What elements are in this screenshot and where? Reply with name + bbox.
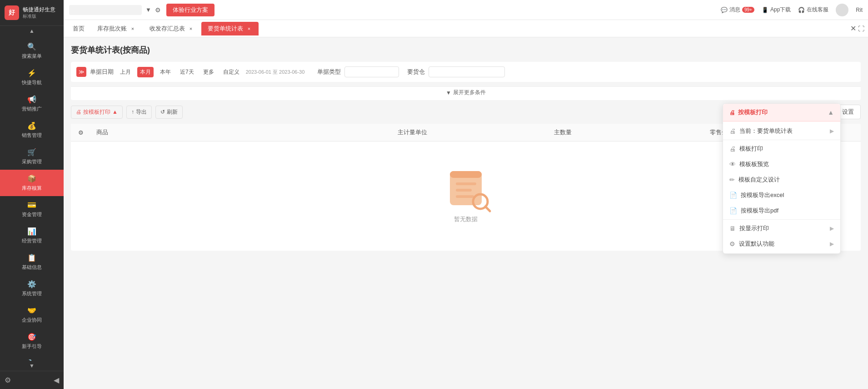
filter-row2: ▼ 展开更多条件 [71,86,861,100]
category-filter-input[interactable] [429,66,505,77]
sidebar-item-purchase-label: 采购管理 [22,158,42,165]
display-print-icon: 🖥 [729,225,736,232]
message-label: 消息 [729,6,740,14]
sidebar-item-quick-nav[interactable]: ⚡ 快捷导航 [0,64,64,91]
col-check: ⚙ [71,129,91,136]
template-design-icon: ✏ [729,176,735,183]
dropdown-item-template-print[interactable]: 🖨 模板打印 [723,141,840,157]
sidebar-nav: 🔍 搜索菜单 ⚡ 快捷导航 📢 营销推广 💰 销售管理 🛒 采购管理 📦 库存核… [0,36,64,361]
page-content: 要货单统计表(按商品) ≫ 单据日期 上月 本月 本年 近7天 更多 自定义 2… [64,37,868,389]
export-icon: ↑ [131,109,134,115]
template-print-label: 模板打印 [739,145,763,153]
tab-inventory-batch[interactable]: 库存批次账 × [91,22,142,35]
tab-order-stats-close[interactable]: × [246,25,252,32]
print-dropdown-current-label: 当前：要货单统计表 [739,127,793,135]
sidebar-item-cooperation[interactable]: 🤝 企业协同 [0,302,64,328]
tabbar-right: ✕ ⛶ [850,24,864,33]
tabbar-expand-btn[interactable]: ⛶ [858,25,864,32]
dropdown-item-template-preview[interactable]: 👁 模板板预览 [723,157,840,172]
settings-col-icon[interactable]: ⚙ [78,129,84,136]
dropdown-divider-1 [723,140,840,140]
print-dropdown: 🖨 按模板打印 ▲ 🖨 当前：要货单统计表 ▶ [723,103,841,254]
svg-rect-1 [450,171,482,178]
type-filter-select[interactable] [344,66,399,77]
sidebar-item-quick-nav-label: 快捷导航 [22,79,42,86]
tab-home[interactable]: 首页 [67,22,90,35]
dropdown-item-export-pdf[interactable]: 📄 按模板导出pdf [723,203,840,218]
category-filter-label: 要货仓 [407,68,425,76]
tab-inventory-batch-close[interactable]: × [130,25,136,32]
app-download-action[interactable]: 📱 App下载 [762,6,791,14]
sidebar-item-basic[interactable]: 📋 基础信息 [0,249,64,275]
dropdown-item-template-design-inner: ✏ 模板自定义设计 [729,176,780,184]
sidebar-footer: ⚙ ◀ [0,371,64,389]
date-btn-7days[interactable]: 近7天 [177,67,197,77]
refresh-icon: ↺ [160,109,165,115]
message-icon: 💬 [721,7,728,13]
export-excel-label: 按模板导出excel [741,191,784,199]
topbar-search-input[interactable] [69,5,142,15]
sidebar-scroll-down[interactable]: ▼ [0,361,64,371]
sidebar-scroll-up[interactable]: ▲ [0,26,64,36]
dropdown-item-export-pdf-inner: 📄 按模板导出pdf [729,207,778,215]
app-download-label: App下载 [770,6,791,14]
print-dropdown-current[interactable]: 🖨 当前：要货单统计表 ▶ [723,123,840,139]
tab-income-summary-close[interactable]: × [188,25,194,32]
operation-icon: 📊 [27,227,36,236]
export-btn[interactable]: ↑ 导出 [126,106,152,119]
date-btn-custom[interactable]: 自定义 [220,67,242,77]
dropdown-item-display-print[interactable]: 🖥 按显示打印 ▶ [723,221,840,236]
topbar-dropdown-btn[interactable]: ▼ [145,6,151,13]
inventory-icon: 📦 [27,174,36,183]
print-template-btn[interactable]: 🖨 按模板打印 ▲ [71,106,123,119]
dropdown-item-export-excel[interactable]: 📄 按模板导出excel [723,187,840,203]
tabbar-close-all-btn[interactable]: ✕ [850,24,856,33]
guide-icon: 🎯 [27,333,36,341]
col-goods: 商品 [91,128,392,136]
export-pdf-icon: 📄 [729,207,737,214]
col-unit: 主计量单位 [392,128,549,136]
topbar-gear-btn[interactable]: ⚙ [155,6,161,14]
sidebar-item-guide[interactable]: 🎯 新手引导 [0,328,64,354]
tab-income-summary[interactable]: 收发存汇总表 × [143,22,200,35]
expand-more-btn[interactable]: ▼ 展开更多条件 [446,89,486,96]
refresh-btn[interactable]: ↺ 刷新 [155,106,183,119]
sidebar-item-search[interactable]: 🔍 搜索菜单 [0,38,64,64]
sidebar-item-sales-label: 销售管理 [22,132,42,139]
trial-btn[interactable]: 体验行业方案 [166,4,215,16]
sidebar-item-operation[interactable]: 📊 经营管理 [0,222,64,249]
date-range-display: 2023-06-01 至 2023-06-30 [246,69,305,76]
sidebar-item-purchase[interactable]: 🛒 采购管理 [0,143,64,170]
filter-expand-btn[interactable]: ≫ [76,67,86,77]
purchase-icon: 🛒 [27,148,36,157]
sidebar-item-finance[interactable]: 💳 资金管理 [0,196,64,222]
avatar[interactable] [836,4,848,16]
date-btn-current-month[interactable]: 本月 [137,67,154,77]
print-chevron-icon: ▲ [112,109,118,115]
sidebar-item-operation-label: 经营管理 [22,237,42,244]
date-btn-current-year[interactable]: 本年 [157,67,174,77]
sidebar-item-appstore[interactable]: 🔧 应用中心 [0,354,64,361]
export-label: 导出 [136,108,147,116]
online-service-action[interactable]: 🎧 在线客服 [798,6,828,14]
sidebar-item-marketing[interactable]: 📢 营销推广 [0,91,64,117]
tabbar: 首页 库存批次账 × 收发存汇总表 × 要货单统计表 × ✕ ⛶ [64,20,868,37]
date-btn-more[interactable]: 更多 [200,67,217,77]
message-action[interactable]: 💬 消息 99+ [721,6,754,14]
sidebar-item-inventory[interactable]: 📦 库存核算 [0,170,64,196]
print-dropdown-body: 🖨 当前：要货单统计表 ▶ 🖨 模板打印 👁 [723,121,840,253]
sidebar-item-sales[interactable]: 💰 销售管理 [0,117,64,143]
settings-footer-icon[interactable]: ⚙ [5,376,11,384]
date-btn-prev-month[interactable]: 上月 [117,67,134,77]
tab-order-stats[interactable]: 要货单统计表 × [201,22,259,35]
print-dropdown-current-inner: 🖨 当前：要货单统计表 [729,127,793,135]
default-settings-label: 设置默认功能 [739,240,774,248]
dropdown-item-default-settings[interactable]: ⚙ 设置默认功能 ▶ [723,236,840,252]
logo-title: 畅捷通好生意 [23,6,55,14]
collapse-icon[interactable]: ◀ [54,376,59,384]
print-dropdown-close-btn[interactable]: ▲ [828,109,834,116]
dropdown-item-template-design[interactable]: ✏ 模板自定义设计 [723,172,840,187]
tab-order-stats-label: 要货单统计表 [208,25,243,33]
sidebar: 好 畅捷通好生意 标准版 ▲ 🔍 搜索菜单 ⚡ 快捷导航 📢 营销推广 💰 销售… [0,0,64,389]
sidebar-item-system[interactable]: ⚙️ 系统管理 [0,275,64,302]
